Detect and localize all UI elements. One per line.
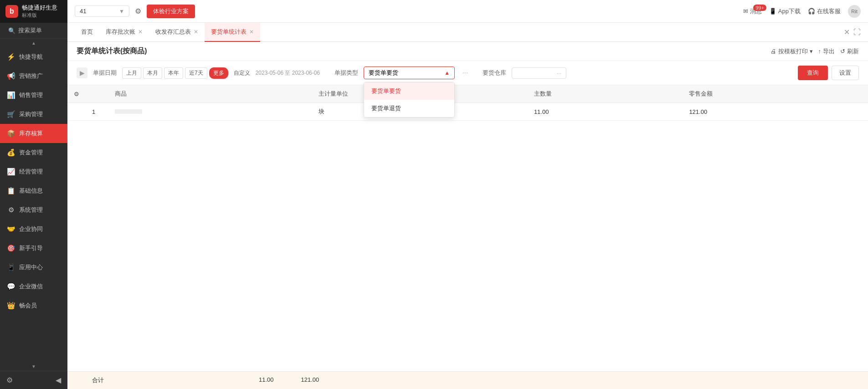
basic-info-icon: 📋 — [6, 186, 15, 195]
logo-text: 畅捷通好生意 标准版 — [22, 4, 57, 18]
refresh-btn[interactable]: ↺ 刷新 — [840, 47, 859, 56]
sidebar-item-system[interactable]: ⚙ 系统管理 — [0, 200, 67, 220]
filter-expand-btn[interactable]: ▶ — [77, 67, 87, 78]
query-button[interactable]: 查询 — [798, 66, 828, 80]
app-center-icon: 📱 — [6, 263, 15, 272]
dropdown-option-order-goods[interactable]: 要货单要货 — [364, 82, 454, 100]
phone-icon: 📱 — [769, 8, 776, 15]
tabs-expand-icon[interactable]: ⛶ — [853, 28, 861, 36]
print-btn[interactable]: 🖨 按模板打印 ▾ — [770, 47, 813, 56]
col-seq — [86, 85, 108, 103]
sidebar-collapse-icon[interactable]: ◀ — [56, 376, 61, 384]
user-avatar[interactable]: Rit — [848, 5, 861, 18]
date-custom-btn[interactable]: 自定义 — [234, 69, 250, 77]
sidebar-item-purchase[interactable]: 🛒 采购管理 — [0, 105, 67, 124]
sidebar-item-operation[interactable]: 📈 经营管理 — [0, 162, 67, 181]
tab-order-stats[interactable]: 要货单统计表 ✕ — [205, 23, 260, 42]
promo-button[interactable]: 体验行业方案 — [147, 5, 195, 18]
newbie-icon: 🎯 — [6, 244, 15, 253]
search-label: 搜索菜单 — [18, 26, 42, 35]
main-content: 41 ▼ ⚙ 体验行业方案 ✉ 消息 99+ 📱 App下载 🎧 在线客服 Ri… — [67, 0, 868, 389]
selector-arrow-icon: ▼ — [119, 8, 124, 15]
print-icon: 🖨 — [770, 48, 776, 55]
messages-btn[interactable]: ✉ 消息 99+ — [743, 7, 762, 15]
topbar-right: ✉ 消息 99+ 📱 App下载 🎧 在线客服 Rit — [743, 5, 861, 18]
page-title: 要货单统计表(按商品) — [77, 46, 147, 56]
tab-receive-summary-close[interactable]: ✕ — [194, 29, 198, 35]
tabs-bar: 首页 库存批次账 ✕ 收发存汇总表 ✕ 要货单统计表 ✕ ✕ ⛶ — [67, 23, 868, 42]
online-service-btn[interactable]: 🎧 在线客服 — [808, 7, 841, 15]
quick-nav-icon: ⚡ — [6, 52, 15, 61]
system-icon: ⚙ — [6, 205, 15, 215]
scroll-up[interactable]: ▲ — [0, 39, 67, 47]
sidebar-item-enterprise-wechat[interactable]: 💬 企业微信 — [0, 277, 67, 296]
finance-icon: 💰 — [6, 148, 15, 157]
dropdown-option-order-return[interactable]: 要货单退货 — [364, 100, 454, 117]
table-body: 1 块 11.00 121.00 — [67, 103, 868, 121]
app-download-btn[interactable]: 📱 App下载 — [769, 7, 801, 15]
enterprise-icon: 🤝 — [6, 225, 15, 234]
sidebar-settings-icon[interactable]: ⚙ — [6, 376, 13, 384]
type-select[interactable]: 要货单要货 ▲ — [364, 67, 455, 79]
tab-receive-summary[interactable]: 收发存汇总表 ✕ — [149, 23, 205, 42]
sidebar-item-basic-info[interactable]: 📋 基础信息 — [0, 181, 67, 200]
sidebar-logo: b 畅捷通好生意 标准版 — [0, 0, 67, 23]
table-header-row: ⚙ 商品 主计量单位 主数量 零售金额 — [67, 85, 868, 103]
logo-icon: b — [5, 5, 18, 18]
tab-inventory-batch[interactable]: 库存批次账 ✕ — [99, 23, 149, 42]
sidebar-item-inventory[interactable]: 📦 库存核算 — [0, 124, 67, 143]
date-label: 单据日期 — [93, 69, 117, 77]
scroll-down[interactable]: ▼ — [0, 362, 67, 371]
export-btn[interactable]: ↑ 导出 — [818, 47, 835, 56]
warehouse-select[interactable]: ··· — [512, 67, 566, 79]
date-btn-last-month[interactable]: 上月 — [122, 67, 141, 79]
topbar: 41 ▼ ⚙ 体验行业方案 ✉ 消息 99+ 📱 App下载 🎧 在线客服 Ri… — [67, 0, 868, 23]
tab-order-stats-close[interactable]: ✕ — [249, 29, 254, 35]
tab-home[interactable]: 首页 — [75, 23, 99, 42]
purchase-icon: 🛒 — [6, 110, 15, 119]
date-btn-this-year[interactable]: 本年 — [164, 67, 183, 79]
tabs-close-all-icon[interactable]: ✕ — [844, 28, 850, 36]
print-label: 按模板打印 — [778, 47, 808, 56]
sidebar-item-newbie[interactable]: 🎯 新手引导 — [0, 239, 67, 258]
row-seq: 1 — [86, 103, 108, 121]
date-filter-buttons: 上月 本月 本年 近7天 更多 — [122, 67, 228, 79]
sidebar-item-enterprise[interactable]: 🤝 企业协同 — [0, 220, 67, 239]
sidebar-item-marketing[interactable]: 📢 营销推广 — [0, 67, 67, 86]
export-label: 导出 — [823, 47, 835, 56]
col-product: 商品 — [108, 85, 312, 103]
search-menu[interactable]: 🔍 搜索菜单 — [0, 23, 67, 39]
refresh-label: 刷新 — [847, 47, 859, 56]
sidebar-item-app-center[interactable]: 📱 应用中心 — [0, 258, 67, 277]
sidebar-item-quick-nav[interactable]: ⚡ 快捷导航 — [0, 47, 67, 67]
type-select-wrapper: 要货单要货 ▲ 要货单要货 要货单退货 — [364, 67, 455, 79]
topbar-gear-icon[interactable]: ⚙ — [135, 7, 141, 15]
tab-inventory-batch-close[interactable]: ✕ — [138, 29, 143, 35]
settings-col-icon: ⚙ — [74, 91, 79, 97]
sidebar-item-member[interactable]: 👑 畅会员 — [0, 296, 67, 315]
col-qty: 主数量 — [528, 85, 683, 103]
footer-label: 合计 — [92, 376, 104, 384]
row-qty: 11.00 — [528, 103, 683, 121]
store-number: 41 — [80, 8, 86, 15]
type-filter-more-icon[interactable]: ··· — [462, 69, 468, 77]
date-btn-this-month[interactable]: 本月 — [143, 67, 162, 79]
table-row: 1 块 11.00 121.00 — [67, 103, 868, 121]
store-selector[interactable]: 41 ▼ — [75, 5, 129, 17]
online-service-label: 在线客服 — [817, 7, 841, 15]
settings-button[interactable]: 设置 — [832, 66, 859, 80]
filter-bar: ▶ 单据日期 上月 本月 本年 近7天 更多 自定义 2023-05-06 至 … — [67, 61, 868, 85]
sidebar-item-sales[interactable]: 📊 销售管理 — [0, 86, 67, 105]
type-label: 单据类型 — [334, 69, 358, 77]
col-settings[interactable]: ⚙ — [67, 85, 86, 103]
date-btn-last-7-days[interactable]: 近7天 — [185, 67, 207, 79]
marketing-icon: 📢 — [6, 72, 15, 81]
warehouse-dots-icon: ··· — [557, 70, 562, 77]
tabs-actions: ✕ ⛶ — [844, 28, 861, 36]
topbar-left: 41 ▼ ⚙ 体验行业方案 — [75, 5, 195, 18]
footer-amount: 121.00 — [301, 376, 319, 384]
print-expand-icon[interactable]: ▾ — [810, 48, 813, 55]
export-icon: ↑ — [818, 48, 822, 55]
date-btn-more[interactable]: 更多 — [209, 67, 228, 79]
sidebar-item-finance[interactable]: 💰 资金管理 — [0, 143, 67, 162]
